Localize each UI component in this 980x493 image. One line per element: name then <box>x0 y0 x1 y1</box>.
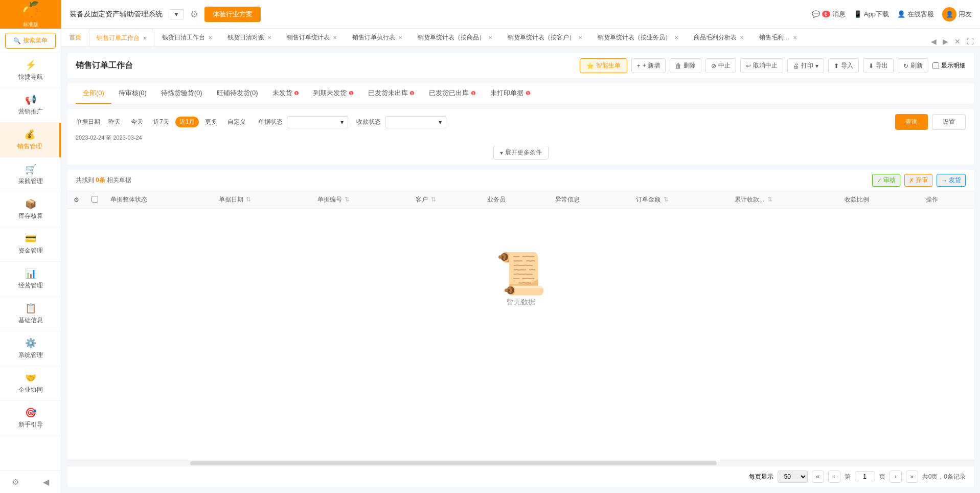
sidebar-item-system[interactable]: ⚙️ 系统管理 <box>0 331 61 366</box>
col-status-header[interactable]: 单据整体状态 <box>104 191 213 209</box>
trial-button[interactable]: 体验行业方案 <box>204 7 261 22</box>
scrollbar-thumb[interactable] <box>190 461 717 465</box>
select-all-checkbox[interactable] <box>92 196 98 203</box>
filter-tab-pending-review[interactable]: 待审核(0) <box>111 83 154 104</box>
sidebar-item-guide[interactable]: 🎯 新手引导 <box>0 401 61 436</box>
filter-tab-overdue-not-shipped[interactable]: 到期未发货 ❶ <box>306 83 361 104</box>
tab-sales-summary-customer[interactable]: 销货单统计表（按客户） ✕ <box>500 29 590 47</box>
import-button[interactable]: ⬆ 导入 <box>828 58 859 73</box>
last-page-button[interactable]: » <box>906 470 918 483</box>
table-scroll-container[interactable]: ⚙ 单据整体状态 单据日期 ⇅ <box>67 191 974 460</box>
tab-close-sales-workbench[interactable]: ✕ <box>143 35 147 41</box>
set-button[interactable]: 设置 <box>932 114 966 130</box>
next-page-button[interactable]: › <box>890 470 902 483</box>
tab-sales-summary-staff[interactable]: 销货单统计表（按业务员） ✕ <box>590 29 686 47</box>
tab-close-cash-daily[interactable]: ✕ <box>208 35 212 40</box>
prev-page-button[interactable]: ‹ <box>828 470 840 483</box>
horizontal-scrollbar[interactable] <box>67 460 974 466</box>
tab-sales-stats[interactable]: 销售订单统计表 ✕ <box>279 29 345 47</box>
tab-close-cash-reconcile[interactable]: ✕ <box>267 35 271 40</box>
show-detail-checkbox[interactable] <box>932 62 939 69</box>
tab-sales-workbench[interactable]: 销售订单工作台 ✕ <box>89 29 154 47</box>
first-page-button[interactable]: « <box>812 470 824 483</box>
col-checkbox[interactable] <box>85 191 104 209</box>
tab-fullscreen-icon[interactable]: ⛶ <box>965 36 976 47</box>
message-button[interactable]: 💬 6 消息 <box>812 10 846 19</box>
date-option-more[interactable]: 更多 <box>201 117 221 127</box>
tab-close-sales-stats[interactable]: ✕ <box>333 35 337 40</box>
cancel-stop-button[interactable]: ↩ 取消中止 <box>740 58 783 73</box>
filter-tab-pending-inspect[interactable]: 待拣货验货(0) <box>154 83 210 104</box>
col-staff-header[interactable]: 业务员 <box>481 191 549 209</box>
col-customer-header[interactable]: 客户 ⇅ <box>409 191 481 209</box>
sidebar-item-enterprise[interactable]: 🤝 企业协同 <box>0 366 61 401</box>
app-download-button[interactable]: 📱 App下载 <box>854 10 889 19</box>
filter-tab-shipped-out[interactable]: 已发货已出库 ❶ <box>422 83 483 104</box>
page-size-select[interactable]: 50 10 20 30 100 <box>778 470 808 483</box>
show-detail-checkbox-label[interactable]: 显示明细 <box>932 61 966 70</box>
collapse-icon[interactable]: ◀ <box>41 475 51 489</box>
col-received-header[interactable]: 累计收款... ⇅ <box>728 191 838 209</box>
filter-tab-shipped-not-out[interactable]: 已发货未出库 ❶ <box>361 83 422 104</box>
sidebar-item-quick-nav[interactable]: ⚡ 快捷导航 <box>0 53 61 88</box>
sidebar-item-operations[interactable]: 📊 经营管理 <box>0 262 61 297</box>
date-option-1month[interactable]: 近1月 <box>175 117 199 127</box>
sidebar-item-finance[interactable]: 💳 资金管理 <box>0 227 61 262</box>
col-date-header[interactable]: 单据日期 ⇅ <box>213 191 311 209</box>
status-select[interactable]: ▾ <box>287 116 348 128</box>
smart-generate-button[interactable]: ⭐ 智能生单 <box>580 58 627 73</box>
tab-sales-profit[interactable]: 销售毛利… ✕ <box>751 29 805 47</box>
col-abnormal-header[interactable]: 异常信息 <box>549 191 630 209</box>
tab-close-summary-customer[interactable]: ✕ <box>578 35 582 40</box>
online-service-button[interactable]: 👤 在线客服 <box>897 10 934 19</box>
search-menu-button[interactable]: 🔍 搜索菜单 <box>5 33 56 49</box>
tab-close-summary-staff[interactable]: ✕ <box>674 35 678 40</box>
sidebar-logo[interactable]: 🍊 标准版 <box>0 0 61 29</box>
sidebar-item-inventory[interactable]: 📦 库存核算 <box>0 192 61 227</box>
filter-tab-wangpu[interactable]: 旺铺待发货(0) <box>210 83 265 104</box>
col-ratio-header[interactable]: 收款比例 <box>838 191 920 209</box>
date-option-yesterday[interactable]: 昨天 <box>104 117 125 127</box>
user-menu-button[interactable]: 👤 用友 <box>942 7 972 21</box>
col-settings[interactable]: ⚙ <box>67 191 85 209</box>
ship-button[interactable]: → 发货 <box>937 174 966 187</box>
tab-sales-summary-product[interactable]: 销货单统计表（按商品） ✕ <box>410 29 500 47</box>
tab-scroll-right-icon[interactable]: ▶ <box>941 36 950 47</box>
col-number-header[interactable]: 单据编号 ⇅ <box>311 191 410 209</box>
sidebar-item-basic[interactable]: 📋 基础信息 <box>0 297 61 331</box>
payment-select[interactable]: ▾ <box>385 116 446 128</box>
tab-sales-exec[interactable]: 销售订单执行表 ✕ <box>345 29 410 47</box>
system-dropdown-button[interactable]: ▼ <box>169 9 184 19</box>
refresh-button[interactable]: ↻ 刷新 <box>898 58 928 73</box>
tab-close-sales-profit[interactable]: ✕ <box>793 35 797 40</box>
tab-cash-reconcile[interactable]: 钱货日清对账 ✕ <box>220 29 279 47</box>
tab-product-margin[interactable]: 商品毛利分析表 ✕ <box>686 29 751 47</box>
settings-bottom-icon[interactable]: ⚙ <box>10 475 21 489</box>
tab-scroll-left-icon[interactable]: ◀ <box>929 36 939 47</box>
export-button[interactable]: ⬇ 导出 <box>863 58 894 73</box>
date-option-custom[interactable]: 自定义 <box>223 117 250 127</box>
date-option-7days[interactable]: 近7天 <box>149 117 173 127</box>
filter-tab-all[interactable]: 全部(0) <box>76 83 111 104</box>
approve-button[interactable]: ✓ 审核 <box>872 174 900 187</box>
delete-button[interactable]: 🗑 删除 <box>670 58 701 73</box>
tab-close-all-icon[interactable]: ✕ <box>952 36 963 47</box>
sidebar-item-sales[interactable]: 💰 销售管理 <box>0 123 61 158</box>
tab-cash-daily[interactable]: 钱货日清工作台 ✕ <box>154 29 220 47</box>
print-button[interactable]: 🖨 打印 ▾ <box>787 58 824 73</box>
col-amount-header[interactable]: 订单金额 ⇅ <box>630 191 728 209</box>
tab-close-product-margin[interactable]: ✕ <box>740 35 744 40</box>
query-button[interactable]: 查询 <box>895 114 928 130</box>
filter-tab-not-printed[interactable]: 未打印单据 ❶ <box>483 83 538 104</box>
expand-filter-button[interactable]: ▾ 展开更多条件 <box>493 146 549 160</box>
add-button[interactable]: + + 新增 <box>631 58 666 73</box>
tab-home[interactable]: 首页 <box>61 29 89 47</box>
sidebar-item-marketing[interactable]: 📢 营销推广 <box>0 88 61 123</box>
tab-close-summary-product[interactable]: ✕ <box>488 35 492 40</box>
tab-close-sales-exec[interactable]: ✕ <box>398 35 402 40</box>
stop-button[interactable]: ⊘ 中止 <box>705 58 736 73</box>
header-settings-icon[interactable]: ⚙ <box>190 9 198 20</box>
date-option-today[interactable]: 今天 <box>127 117 147 127</box>
revoke-button[interactable]: ✗ 弃审 <box>904 174 932 187</box>
filter-tab-not-shipped[interactable]: 未发货 ❶ <box>265 83 307 104</box>
